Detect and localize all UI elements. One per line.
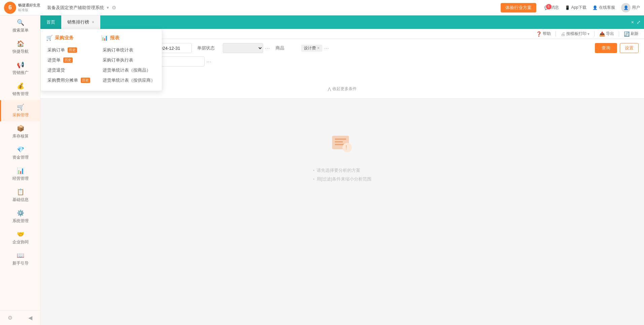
logo-area: 6 畅捷通好生意 标准版 (4, 2, 44, 14)
dropdown-item-purchase-fee[interactable]: 采购费用分摊单 历史 (46, 75, 93, 85)
history-badge-3: 历史 (81, 78, 90, 83)
refresh-button[interactable]: 🔄 刷新 (624, 31, 639, 37)
page-content: ! 请先选择要分析的方案 用[过滤]条件来缩小分析范围 (40, 99, 644, 325)
tab-maximize-icon[interactable]: ⤢ (637, 19, 641, 25)
sidebar-item-sales[interactable]: 💰 销售管理 (0, 79, 40, 100)
capital-icon: 💎 (17, 146, 24, 153)
goods-dots[interactable]: ··· (324, 45, 329, 51)
sidebar-item-label: 基础信息 (12, 197, 29, 203)
query-button[interactable]: 查询 (595, 43, 617, 53)
sidebar-collapse-button[interactable]: ◀ (28, 315, 32, 321)
purchase-icon: 🛒 (17, 104, 24, 111)
sidebar-item-label: 搜索菜单 (12, 28, 29, 33)
tab-sales-rank[interactable]: 销售排行榜 × (61, 15, 100, 29)
main-layout: 🔍 搜索菜单 🏠 快捷导航 📢 营销推广 💰 销售管理 🛒 采购管理 📦 库存核… (0, 15, 644, 325)
message-button[interactable]: 💬 6 消息 (544, 5, 559, 10)
report-col: 📊 报表 采购订单统计表 采购订单执行表 进货单统计表（按商品） 进货单统计表（… (101, 35, 156, 85)
report-col-icon: 📊 (101, 35, 108, 41)
report-item-1-label: 采购订单执行表 (103, 57, 133, 63)
svg-rect-1 (335, 138, 346, 140)
tab-sales-rank-label: 销售排行榜 (67, 19, 89, 25)
svg-rect-2 (335, 141, 343, 143)
sidebar-item-label: 企业协同 (12, 239, 29, 245)
sidebar-item-search[interactable]: 🔍 搜索菜单 (0, 15, 40, 37)
industry-solution-button[interactable]: 体验行业方案 (501, 3, 536, 12)
sidebar-item-inventory[interactable]: 📦 库存核算 (0, 121, 40, 143)
goods-filter-label: 商品 (276, 45, 296, 51)
online-service-button[interactable]: 👤 在线客服 (593, 5, 615, 10)
help-label: 帮助 (543, 31, 551, 37)
content-area: 首页 销售排行榜 × 🛒 采购业务 采购订单 历史 (40, 15, 644, 325)
report-item-0-label: 采购订单统计表 (103, 47, 133, 53)
empty-tips: 请先选择要分析的方案 用[过滤]条件来缩小分析范围 (313, 166, 371, 184)
purchase-receipt-label: 进货单 (47, 57, 61, 63)
sidebar-item-label: 采购管理 (12, 112, 29, 118)
purchase-return-label: 进货退货 (47, 67, 65, 73)
sidebar-item-label: 销售管理 (12, 91, 29, 97)
sidebar-item-capital[interactable]: 💎 资金管理 (0, 143, 40, 164)
svg-text:!: ! (346, 145, 347, 150)
purchase-order-label: 采购订单 (47, 47, 65, 53)
sidebar-settings-button[interactable]: ⚙ (8, 315, 12, 321)
dropdown-item-report-3[interactable]: 进货单统计表（按供应商） (101, 75, 156, 85)
topbar-actions: 体验行业方案 (501, 3, 536, 12)
sidebar-item-basic-info[interactable]: 📋 基础信息 (0, 185, 40, 206)
help-button[interactable]: ❓ 帮助 (536, 31, 551, 37)
tab-bar: 首页 销售排行榜 × 🛒 采购业务 采购订单 历史 (40, 15, 644, 29)
dropdown-arrow-icon[interactable]: ▾ (107, 5, 109, 10)
empty-illustration: ! (325, 126, 359, 159)
dropdown-item-purchase-return[interactable]: 进货退货 (46, 65, 93, 75)
goods-tag-close[interactable]: × (317, 46, 320, 50)
sidebar-bottom: ⚙ ◀ (0, 310, 40, 325)
report-item-2-label: 进货单统计表（按商品） (103, 67, 151, 73)
purchase-business-title: 🛒 采购业务 (46, 35, 93, 41)
print-button[interactable]: 🖨 按模板打印 ▾ (561, 31, 589, 37)
print-label: 按模板打印 (566, 31, 586, 37)
dropdown-item-report-2[interactable]: 进货单统计表（按商品） (101, 65, 156, 75)
logo-subtitle: 标准版 (18, 8, 40, 12)
sidebar-item-guide[interactable]: 📖 新手引导 (0, 248, 40, 270)
sidebar-item-system[interactable]: ⚙️ 系统管理 (0, 206, 40, 227)
online-service-label: 在线客服 (599, 5, 615, 10)
sidebar-item-label: 快捷导航 (12, 49, 29, 54)
export-button[interactable]: 📤 导出 (599, 31, 614, 37)
dropdown-item-report-0[interactable]: 采购订单统计表 (101, 45, 156, 55)
logo-icon: 6 (4, 2, 16, 14)
goods-tag: 设计费 × (301, 45, 322, 52)
user-menu-button[interactable]: 👤 用户 (621, 3, 640, 12)
purchase-col-icon: 🛒 (46, 35, 53, 41)
status-select[interactable] (223, 43, 263, 53)
sidebar-item-label: 库存核算 (12, 133, 29, 139)
purchase-dropdown-menu: 🛒 采购业务 采购订单 历史 进货单 历史 进货退货 (40, 29, 162, 91)
report-col-title: 📊 报表 (101, 35, 156, 41)
app-download-label: App下载 (571, 5, 586, 10)
sidebar-item-marketing[interactable]: 📢 营销推广 (0, 58, 40, 79)
home-icon: 🏠 (17, 40, 24, 47)
print-dropdown-icon[interactable]: ▾ (587, 32, 589, 36)
system-name: 装备及固定资产辅助管理系统 (47, 5, 104, 11)
settings-icon[interactable]: ⚙ (112, 5, 116, 11)
sidebar: 🔍 搜索菜单 🏠 快捷导航 📢 营销推广 💰 销售管理 🛒 采购管理 📦 库存核… (0, 15, 40, 325)
dropdown-item-purchase-order[interactable]: 采购订单 历史 (46, 45, 93, 55)
tab-home[interactable]: 首页 (40, 15, 61, 29)
sidebar-item-purchase[interactable]: 🛒 采购管理 (0, 100, 40, 121)
tab-home-label: 首页 (46, 19, 55, 25)
svg-point-4 (343, 143, 352, 152)
dropdown-item-report-1[interactable]: 采购订单执行表 (101, 55, 156, 65)
collapse-icon: ⋀ (328, 87, 331, 91)
app-download-button[interactable]: 📱 App下载 (565, 5, 586, 10)
purchase-col-title-text: 采购业务 (55, 35, 74, 41)
sidebar-item-operation[interactable]: 📊 经营管理 (0, 164, 40, 185)
tab-close-icon[interactable]: × (92, 20, 94, 25)
report-item-3-label: 进货单统计表（按供应商） (103, 77, 155, 83)
salesman-control: ··· (154, 56, 212, 67)
export-label: 导出 (606, 31, 614, 37)
dropdown-item-purchase-receipt[interactable]: 进货单 历史 (46, 55, 93, 65)
help-icon: ❓ (536, 31, 542, 37)
sidebar-item-quick-nav[interactable]: 🏠 快捷导航 (0, 37, 40, 58)
set-button[interactable]: 设置 (620, 43, 639, 53)
salesman-dots[interactable]: ··· (207, 59, 212, 64)
tab-close-all-icon[interactable]: × (631, 19, 634, 25)
status-dots[interactable]: ··· (265, 45, 270, 51)
sidebar-item-enterprise[interactable]: 🤝 企业协同 (0, 227, 40, 248)
